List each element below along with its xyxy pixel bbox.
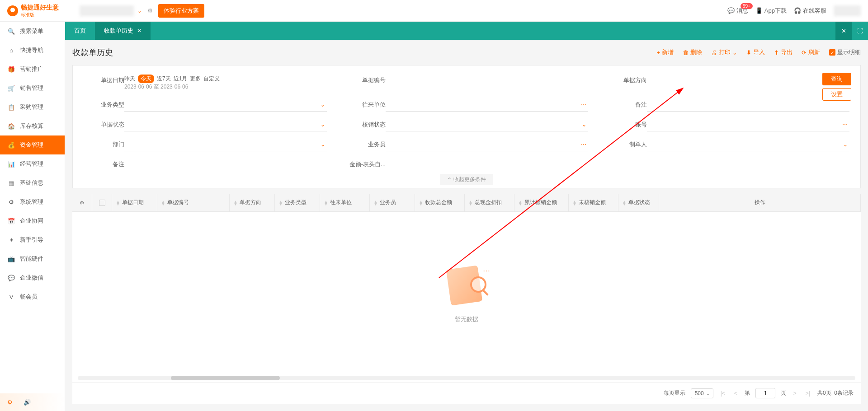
horizontal-scrollbar[interactable] (78, 376, 855, 380)
col-operate: 操作 (659, 194, 861, 211)
close-icon[interactable]: ✕ (137, 28, 142, 34)
col-unwriteoff[interactable]: ▲▼未核销金额 (569, 194, 618, 211)
sort-icon: ▲▼ (324, 201, 328, 205)
col-status[interactable]: ▲▼单据状态 (618, 194, 659, 211)
export-button[interactable]: ⬆导出 (774, 48, 793, 56)
brand-edition: 标准版 (21, 12, 59, 18)
sidebar-item-operation[interactable]: 📊经营管理 (0, 154, 65, 173)
dept-select[interactable]: ⌄ (124, 139, 327, 151)
col-employee[interactable]: ▲▼业务员 (370, 194, 415, 211)
sort-icon: ▲▼ (278, 201, 283, 205)
sidebar-item-marketing[interactable]: 🎁营销推广 (0, 60, 65, 79)
col-partner[interactable]: ▲▼往来单位 (320, 194, 370, 211)
sidebar-item-sales[interactable]: 🛒销售管理 (0, 79, 65, 98)
page-title: 收款单历史 (72, 47, 113, 58)
first-page-button[interactable]: |< (719, 390, 727, 397)
sidebar-item-label: 营销推广 (20, 65, 43, 73)
basic-info-icon: ▦ (7, 179, 15, 187)
sales-icon: 🛒 (7, 84, 15, 92)
sidebar-item-inventory[interactable]: 🏠库存核算 (0, 117, 65, 135)
sidebar-item-label: 畅会员 (20, 293, 38, 301)
add-button[interactable]: +新增 (656, 48, 674, 56)
company-name-blur (80, 5, 134, 16)
select-all-checkbox[interactable] (99, 200, 105, 206)
sidebar-item-guide[interactable]: ✦新手引导 (0, 230, 65, 249)
remark2-input[interactable] (124, 161, 327, 168)
tab-close-all[interactable]: ✕ (835, 22, 852, 40)
col-direction[interactable]: ▲▼单据方向 (230, 194, 275, 211)
print-button[interactable]: 🖨打印 ⌄ (711, 48, 737, 56)
online-service-link[interactable]: 🎧 在线客服 (794, 7, 826, 15)
sidebar-item-hardware[interactable]: 📺智能硬件 (0, 249, 65, 268)
query-button[interactable]: 查询 (822, 73, 851, 85)
pagination: 每页显示 500 |< < 第 页 > >| 共0页, 0条记录 (72, 382, 861, 404)
top-header: 畅捷通好生意 标准版 ⌄ ⚙ 体验行业方案 💬 消息 99+ 📱 App下载 🎧… (0, 0, 868, 22)
col-doc-no[interactable]: ▲▼单据编号 (157, 194, 230, 211)
sidebar-item-basic-info[interactable]: ▦基础信息 (0, 173, 65, 192)
filter-date: 单据日期 昨天 今天 近7天 近1月 更多 自定义 2023-06-06 至 2… (84, 75, 327, 92)
gear-icon[interactable]: ⚙ (147, 7, 153, 14)
date-1month[interactable]: 近1月 (174, 75, 188, 83)
brand-name: 畅捷通好生意 (21, 4, 59, 12)
date-more[interactable]: 更多 (190, 75, 201, 83)
sidebar-item-quick-nav[interactable]: ⌂快捷导航 (0, 41, 65, 60)
sidebar-item-funds[interactable]: 💰资金管理 (0, 135, 65, 154)
biz-type-select[interactable]: ⌄ (124, 99, 327, 112)
partner-select[interactable]: ⋯ (386, 99, 588, 112)
page-size-select[interactable]: 500 (691, 388, 713, 398)
sort-icon: ▲▼ (518, 201, 523, 205)
doc-status-select[interactable]: ⌄ (124, 119, 327, 131)
sidebar-item-member[interactable]: V畅会员 (0, 287, 65, 306)
table-settings-icon[interactable]: ⚙ (72, 194, 92, 211)
search-menu-icon: 🔍 (7, 27, 15, 35)
doc-no-input[interactable] (386, 77, 588, 84)
date-today[interactable]: 今天 (138, 75, 154, 83)
prev-page-button[interactable]: < (732, 390, 739, 397)
account-select[interactable]: ⋯ (647, 119, 849, 131)
fullscreen-icon[interactable]: ⛶ (852, 22, 868, 40)
show-detail-toggle[interactable]: ✓显示明细 (829, 48, 861, 56)
date-custom[interactable]: 自定义 (203, 75, 220, 83)
writeoff-status-select[interactable]: ⌄ (386, 119, 588, 131)
chevron-down-icon: ⌄ (732, 49, 737, 56)
col-biz-type[interactable]: ▲▼业务类型 (275, 194, 320, 211)
import-button[interactable]: ⬇导入 (746, 48, 765, 56)
creator-select[interactable]: ⌄ (647, 139, 849, 151)
phone-icon: 📱 (755, 7, 763, 14)
delete-button[interactable]: 🗑删除 (683, 48, 702, 56)
col-total-amount[interactable]: ▲▼收款总金额 (415, 194, 465, 211)
settings-button[interactable]: 设置 (822, 88, 851, 101)
sidebar-item-system[interactable]: ⚙系统管理 (0, 192, 65, 211)
last-page-button[interactable]: >| (804, 390, 812, 397)
col-cash-discount[interactable]: ▲▼总现金折扣 (465, 194, 514, 211)
sidebar-item-wechat[interactable]: 💬企业微信 (0, 268, 65, 287)
trial-button[interactable]: 体验行业方案 (158, 4, 204, 18)
tab-home[interactable]: 首页 (65, 22, 95, 40)
settings-icon[interactable]: ⚙ (7, 399, 13, 406)
next-page-button[interactable]: > (792, 390, 798, 397)
messages-link[interactable]: 💬 消息 99+ (727, 7, 748, 15)
remark-input[interactable] (647, 101, 849, 108)
col-writeoff-total[interactable]: ▲▼累计核销金额 (514, 194, 569, 211)
employee-select[interactable]: ⋯ (386, 139, 588, 151)
direction-select[interactable]: ⌄ (647, 75, 849, 87)
company-selector[interactable]: ⌄ (80, 5, 142, 16)
chevron-down-icon: ⌄ (321, 102, 325, 108)
page-number-input[interactable] (755, 388, 775, 398)
sidebar-item-search-menu[interactable]: 🔍搜索菜单 (0, 22, 65, 41)
col-date[interactable]: ▲▼单据日期 (112, 194, 157, 211)
amount-head-input[interactable] (386, 161, 588, 168)
tab-receipt-history[interactable]: 收款单历史 ✕ (95, 22, 151, 40)
refresh-button[interactable]: ⟳刷新 (802, 48, 820, 56)
sound-icon[interactable]: 🔊 (24, 399, 31, 406)
date-yesterday[interactable]: 昨天 (124, 75, 135, 83)
guide-icon: ✦ (7, 236, 15, 244)
ellipsis-icon: ⋯ (581, 141, 586, 148)
date-7days[interactable]: 近7天 (157, 75, 171, 83)
user-avatar-blur[interactable] (834, 5, 861, 16)
collapse-filters[interactable]: ⌃ 收起更多条件 (440, 174, 493, 185)
sidebar-item-collab[interactable]: 📅企业协同 (0, 211, 65, 230)
tab-bar: 首页 收款单历史 ✕ ✕ ⛶ (65, 22, 868, 40)
app-download-link[interactable]: 📱 App下载 (755, 7, 787, 15)
sidebar-item-purchase[interactable]: 📋采购管理 (0, 98, 65, 117)
